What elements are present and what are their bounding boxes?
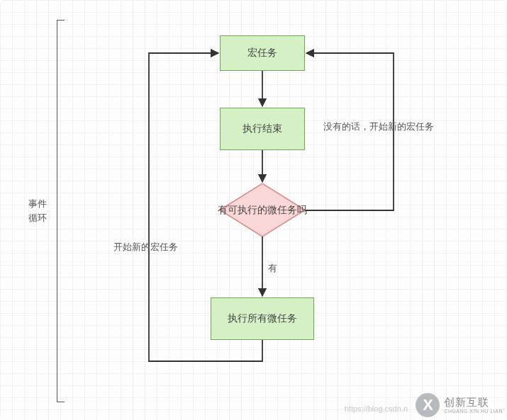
watermark-en: CHUANG XIN HU LIAN bbox=[444, 409, 503, 414]
edge-loop-label: 开始新的宏任务 bbox=[113, 241, 178, 254]
watermark-cn: 创新互联 bbox=[444, 396, 503, 409]
edge-no-label: 没有的话，开始新的宏任务 bbox=[323, 120, 434, 133]
watermark: X 创新互联 CHUANG XIN HU LIAN bbox=[416, 393, 503, 417]
edge-yes-label: 有 bbox=[268, 262, 277, 275]
watermark-logo-icon: X bbox=[416, 393, 440, 417]
watermark-url: https://blog.csdn.n bbox=[345, 404, 408, 413]
edges bbox=[0, 0, 507, 420]
diagram-canvas: 事件 循环 宏任务 执行结束 有可执行的微任务吗 执行所有微任务 bbox=[0, 0, 507, 420]
